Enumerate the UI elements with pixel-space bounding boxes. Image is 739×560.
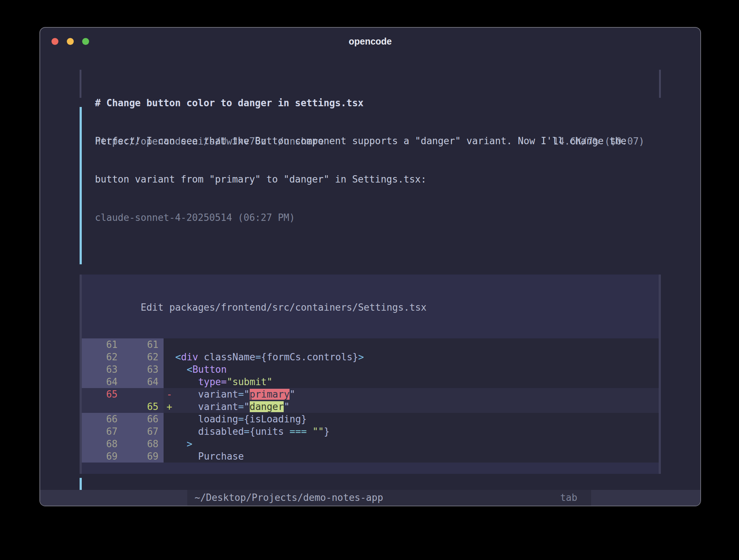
message-line: button variant from "primary" to "danger… (95, 173, 661, 186)
edit-tool-block: Editpackages/frontend/src/containers/Set… (80, 275, 661, 474)
diff-row: 6464 type="submit" (82, 376, 659, 388)
tab-key-hint: tab (560, 490, 577, 506)
diff-change-marker (164, 438, 175, 450)
edit-tool-label: Edit (141, 302, 164, 313)
diff-change-marker (164, 413, 175, 425)
diff-code-line: variant="danger" (175, 400, 659, 413)
diff-change-marker (164, 338, 175, 351)
diff-change-marker (164, 425, 175, 438)
diff-new-line-number: 64 (123, 376, 164, 388)
diff-table: 61616262<div className={formCs.controls}… (82, 338, 659, 463)
diff-new-line-number: 62 (123, 351, 164, 363)
diff-row: 6262<div className={formCs.controls}> (82, 351, 659, 363)
diff-change-marker (164, 376, 175, 388)
diff-new-line-number: 67 (123, 425, 164, 438)
diff-change-marker (164, 351, 175, 363)
diff-row: 65+ variant="danger" (82, 400, 659, 413)
window-title: opencode (40, 28, 700, 55)
diff-change-marker: - (164, 388, 175, 400)
diff-row: 65- variant="primary" (82, 388, 659, 400)
diff-old-line-number: 64 (82, 376, 123, 388)
session-content: # Change button color to danger in setti… (40, 70, 700, 506)
diff-code-line: disabled={units === ""} (175, 425, 659, 438)
diff-old-line-number: 66 (82, 413, 123, 425)
diff-old-line-number: 62 (82, 351, 123, 363)
app-version-badge: opencodev0.3.11 (40, 490, 187, 506)
diff-change-marker: + (164, 400, 175, 413)
diff-code-line (175, 338, 659, 351)
diff-new-line-number: 61 (123, 338, 164, 351)
diff-new-line-number (123, 388, 164, 400)
diff-old-line-number: 67 (82, 425, 123, 438)
diff-new-line-number: 63 (123, 363, 164, 376)
diff-new-line-number: 69 (123, 450, 164, 463)
diff-code-line: loading={isLoading} (175, 413, 659, 425)
edit-tool-title: Editpackages/frontend/src/containers/Set… (82, 288, 659, 327)
diff-row: 6363 <Button (82, 363, 659, 376)
session-header: # Change button color to danger in setti… (80, 70, 661, 98)
diff-old-line-number: 68 (82, 438, 123, 450)
diff-code-line: > (175, 438, 659, 450)
diff-code-line: Purchase (175, 450, 659, 463)
diff-old-line-number: 69 (82, 450, 123, 463)
diff-change-marker (164, 450, 175, 463)
page: { "window": { "title": "opencode" }, "he… (0, 0, 739, 560)
message-line: Perfect! I can see that the Button compo… (95, 135, 661, 147)
diff-change-marker (164, 363, 175, 376)
diff-new-line-number: 66 (123, 413, 164, 425)
diff-code-line: <div className={formCs.controls}> (175, 351, 659, 363)
diff-row: 6161 (82, 338, 659, 351)
diff-row: 6969 Purchase (82, 450, 659, 463)
diff-old-line-number (82, 400, 123, 413)
cwd-path: ~/Desktop/Projects/demo-notes-app (195, 490, 383, 506)
diff-row: 6767 disabled={units === ""} (82, 425, 659, 438)
assistant-message: Perfect! I can see that the Button compo… (80, 107, 661, 264)
status-bar: opencodev0.3.11 ~/Desktop/Projects/demo-… (40, 490, 700, 506)
statusbar-spacer (383, 490, 560, 506)
diff-old-line-number: 65 (82, 388, 123, 400)
diff-code-line: variant="primary" (175, 388, 659, 400)
diff-row: 6868 > (82, 438, 659, 450)
diff-old-line-number: 63 (82, 363, 123, 376)
edit-file-path: packages/frontend/src/containers/Setting… (169, 302, 426, 313)
message-model-meta: claude-sonnet-4-20250514 (06:27 PM) (95, 211, 661, 224)
diff-old-line-number: 61 (82, 338, 123, 351)
diff-code-line: type="submit" (175, 376, 659, 388)
diff-new-line-number: 68 (123, 438, 164, 450)
title-bar: opencode (40, 28, 700, 55)
mode-badge: BUILDMODE (591, 490, 700, 506)
diff-code-line: <Button (175, 363, 659, 376)
app-window: opencode # Change button color to danger… (39, 27, 701, 506)
diff-new-line-number: 65 (123, 400, 164, 413)
diff-row: 6666 loading={isLoading} (82, 413, 659, 425)
